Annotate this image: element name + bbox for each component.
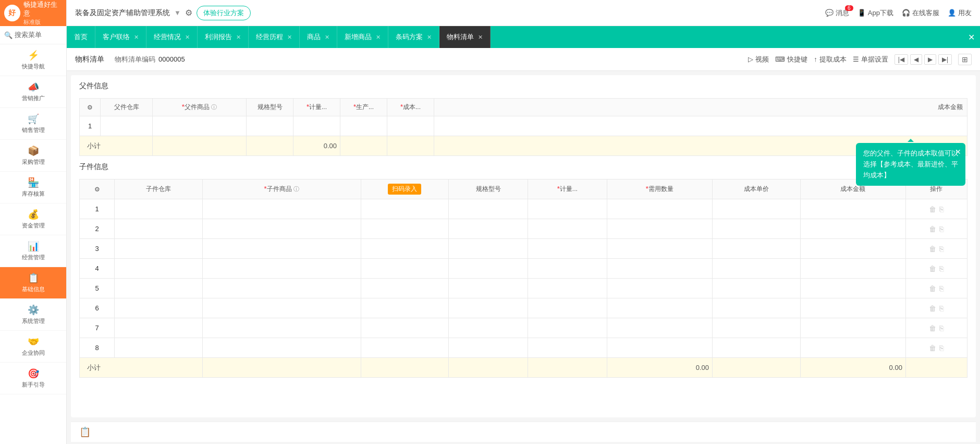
- child-copy-icon-8[interactable]: ⎘: [939, 344, 944, 352]
- child-product-6[interactable]: [203, 298, 361, 318]
- child-spec-2[interactable]: [449, 219, 528, 239]
- child-unit-8[interactable]: [528, 338, 607, 358]
- child-unit-cost-3[interactable]: [712, 239, 800, 259]
- child-copy-icon-1[interactable]: ⎘: [939, 205, 944, 213]
- tab-home[interactable]: 首页: [67, 26, 95, 48]
- parent-th-settings[interactable]: ⚙: [80, 99, 101, 116]
- child-unit-5[interactable]: [528, 279, 607, 298]
- tab-end-close-button[interactable]: ✕: [963, 26, 980, 48]
- extract-cost-action[interactable]: ↑ 提取成本: [814, 55, 847, 64]
- child-scan-3[interactable]: [361, 239, 449, 259]
- child-qty-2[interactable]: [607, 219, 712, 239]
- app-download-item[interactable]: 📱 App下载: [858, 8, 893, 18]
- nav-first-button[interactable]: |◀: [895, 54, 908, 65]
- child-unit-7[interactable]: [528, 318, 607, 338]
- nav-prev-button[interactable]: ◀: [910, 54, 922, 65]
- tab-profit-close[interactable]: ✕: [236, 34, 241, 41]
- nav-last-button[interactable]: ▶|: [938, 54, 952, 65]
- child-th-settings[interactable]: ⚙: [80, 179, 115, 199]
- sidebar-item-quick-nav[interactable]: ⚡ 快捷导航: [0, 44, 66, 76]
- child-spec-5[interactable]: [449, 279, 528, 298]
- child-warehouse-7[interactable]: [115, 318, 203, 338]
- child-unit-4[interactable]: [528, 259, 607, 279]
- view-action[interactable]: ▷ 视频: [748, 55, 769, 64]
- sidebar-item-purchase[interactable]: 📦 采购管理: [0, 140, 66, 172]
- tab-new-goods[interactable]: 新增商品 ✕: [337, 26, 388, 48]
- parent-spec-1[interactable]: [247, 116, 293, 136]
- sidebar-item-system[interactable]: ⚙️ 系统管理: [0, 299, 66, 331]
- tab-operation-close[interactable]: ✕: [185, 34, 190, 41]
- child-warehouse-5[interactable]: [115, 279, 203, 298]
- child-unit-cost-7[interactable]: [712, 318, 800, 338]
- child-delete-icon-7[interactable]: 🗑: [929, 324, 936, 332]
- parent-cost-1[interactable]: [387, 116, 434, 136]
- child-unit-2[interactable]: [528, 219, 607, 239]
- child-scan-5[interactable]: [361, 279, 449, 298]
- child-unit-3[interactable]: [528, 239, 607, 259]
- child-spec-1[interactable]: [449, 199, 528, 219]
- child-product-8[interactable]: [203, 338, 361, 358]
- user-item[interactable]: 👤 用友: [948, 8, 972, 18]
- search-menu-item[interactable]: 🔍 搜索菜单: [0, 26, 66, 44]
- sidebar-item-guide[interactable]: 🎯 新手引导: [0, 363, 66, 394]
- sidebar-item-sales[interactable]: 🛒 销售管理: [0, 108, 66, 140]
- tab-bom[interactable]: 物料清单 ✕: [439, 26, 491, 48]
- grid-view-button[interactable]: ⊞: [958, 54, 972, 65]
- child-unit-cost-8[interactable]: [712, 338, 800, 358]
- child-qty-7[interactable]: [607, 318, 712, 338]
- single-setting-action[interactable]: ☰ 单据设置: [853, 55, 888, 64]
- sidebar-item-management[interactable]: 📊 经营管理: [0, 235, 66, 267]
- parent-warehouse-1[interactable]: [101, 116, 153, 136]
- child-product-7[interactable]: [203, 318, 361, 338]
- parent-product-1[interactable]: [153, 116, 247, 136]
- child-warehouse-4[interactable]: [115, 259, 203, 279]
- child-copy-icon-7[interactable]: ⎘: [939, 324, 944, 332]
- tab-new-goods-close[interactable]: ✕: [376, 34, 381, 41]
- tab-operation[interactable]: 经营情况 ✕: [146, 26, 198, 48]
- child-product-3[interactable]: [203, 239, 361, 259]
- child-spec-8[interactable]: [449, 338, 528, 358]
- tab-bom-close[interactable]: ✕: [478, 34, 483, 41]
- child-delete-icon-3[interactable]: 🗑: [929, 245, 936, 253]
- child-warehouse-2[interactable]: [115, 219, 203, 239]
- child-product-4[interactable]: [203, 259, 361, 279]
- trial-button[interactable]: 体验行业方案: [197, 6, 251, 20]
- child-scan-2[interactable]: [361, 219, 449, 239]
- tab-goods[interactable]: 商品 ✕: [300, 26, 337, 48]
- sidebar-item-enterprise[interactable]: 🤝 企业协同: [0, 331, 66, 363]
- child-scan-6[interactable]: [361, 298, 449, 318]
- child-product-1[interactable]: [203, 199, 361, 219]
- online-service-item[interactable]: 🎧 在线客服: [902, 8, 939, 18]
- child-unit-cost-5[interactable]: [712, 279, 800, 298]
- child-scan-1[interactable]: [361, 199, 449, 219]
- child-qty-6[interactable]: [607, 298, 712, 318]
- child-warehouse-3[interactable]: [115, 239, 203, 259]
- child-qty-4[interactable]: [607, 259, 712, 279]
- child-qty-8[interactable]: [607, 338, 712, 358]
- tab-history-close[interactable]: ✕: [287, 34, 292, 41]
- message-icon-item[interactable]: 💬 消息 6: [825, 8, 849, 18]
- child-delete-icon-2[interactable]: 🗑: [929, 225, 936, 233]
- tab-barcode-close[interactable]: ✕: [427, 34, 432, 41]
- child-delete-icon-4[interactable]: 🗑: [929, 265, 936, 273]
- sidebar-item-inventory[interactable]: 🏪 库存核算: [0, 172, 66, 203]
- child-unit-6[interactable]: [528, 298, 607, 318]
- nav-next-button[interactable]: ▶: [924, 54, 936, 65]
- child-spec-7[interactable]: [449, 318, 528, 338]
- child-copy-icon-5[interactable]: ⎘: [939, 284, 944, 293]
- tab-customer-close[interactable]: ✕: [134, 34, 139, 41]
- child-spec-3[interactable]: [449, 239, 528, 259]
- child-scan-8[interactable]: [361, 338, 449, 358]
- shortcut-action[interactable]: ⌨ 快捷键: [775, 55, 807, 64]
- child-delete-icon-5[interactable]: 🗑: [929, 284, 936, 293]
- child-warehouse-8[interactable]: [115, 338, 203, 358]
- child-spec-6[interactable]: [449, 298, 528, 318]
- child-copy-icon-2[interactable]: ⎘: [939, 225, 944, 233]
- child-delete-icon-1[interactable]: 🗑: [929, 205, 936, 213]
- sidebar-item-marketing[interactable]: 📣 营销推广: [0, 76, 66, 108]
- child-copy-icon-4[interactable]: ⎘: [939, 265, 944, 273]
- child-warehouse-1[interactable]: [115, 199, 203, 219]
- child-unit-cost-6[interactable]: [712, 298, 800, 318]
- scan-input-button[interactable]: 扫码录入: [388, 184, 421, 195]
- child-qty-5[interactable]: [607, 279, 712, 298]
